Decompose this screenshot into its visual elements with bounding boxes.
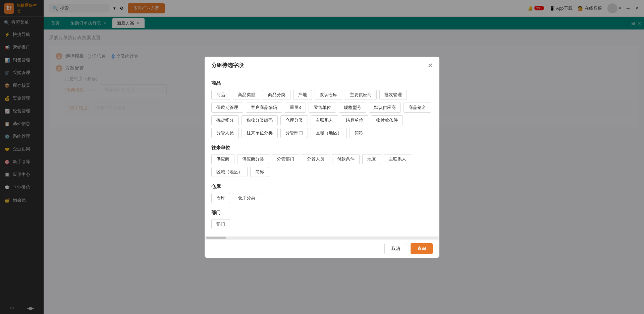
field-tag[interactable]: 主联系人 — [311, 115, 338, 125]
partner-field-tags: 供应商 供应商分类 分管部门 分管人员 付款条件 地区 主联系人 区域（地区） … — [211, 154, 433, 177]
field-tag[interactable]: 保质期管理 — [211, 103, 243, 113]
field-tag[interactable]: 拣货积分 — [211, 115, 239, 125]
field-tag[interactable]: 往来单位分类 — [241, 128, 278, 138]
field-tag[interactable]: 仓库 — [211, 193, 230, 203]
field-group-partner: 往来单位 供应商 供应商分类 分管部门 分管人员 付款条件 地区 主联系人 区域… — [211, 145, 433, 177]
field-tag[interactable]: 主联系人 — [384, 154, 411, 164]
department-group-title: 部门 — [211, 210, 433, 216]
product-group-title: 商品 — [211, 80, 433, 86]
field-tag[interactable]: 商品别名 — [404, 103, 431, 113]
warehouse-field-tags: 仓库 仓库分类 — [211, 193, 433, 203]
field-group-warehouse: 仓库 仓库 仓库分类 — [211, 184, 433, 203]
field-tag[interactable]: 区域（地区） — [211, 167, 248, 177]
field-tag[interactable]: 分管部门 — [280, 128, 308, 138]
field-tag[interactable]: 区域（地区） — [311, 128, 347, 138]
field-tag[interactable]: 零售单位 — [309, 103, 336, 113]
modal-body: 商品 商品 商品类型 商品分类 产地 默认仓库 主要供应商 批次管理 保质期管理… — [205, 75, 439, 236]
field-tag[interactable]: 分管人员 — [302, 154, 329, 164]
warehouse-group-title: 仓库 — [211, 184, 433, 190]
field-tag[interactable]: 税收分类编码 — [241, 115, 278, 125]
field-tag[interactable]: 收付款条件 — [371, 115, 403, 125]
field-tag[interactable]: 地区 — [362, 154, 381, 164]
field-tag[interactable]: 规格型号 — [339, 103, 366, 113]
modal-close-btn[interactable]: ✕ — [428, 62, 433, 69]
modal-title: 分组待选字段 — [211, 62, 244, 69]
modal-footer: 取消 查询 — [205, 239, 439, 258]
field-tag[interactable]: 仓库分类 — [280, 115, 308, 125]
field-select-modal: 分组待选字段 ✕ 商品 商品 商品类型 商品分类 产地 默认仓库 主要供应商 批… — [205, 57, 439, 258]
field-tag[interactable]: 付款条件 — [332, 154, 360, 164]
modal-hscroll[interactable] — [205, 236, 439, 239]
field-tag[interactable]: 分管部门 — [272, 154, 299, 164]
department-field-tags: 部门 — [211, 219, 433, 229]
field-tag[interactable]: 分管人员 — [211, 128, 239, 138]
hscroll-track — [206, 237, 438, 239]
hscroll-thumb — [206, 237, 226, 239]
field-tag[interactable]: 批次管理 — [379, 90, 407, 100]
cancel-button[interactable]: 取消 — [384, 243, 407, 254]
confirm-button[interactable]: 查询 — [411, 243, 433, 254]
field-group-department: 部门 部门 — [211, 210, 433, 229]
modal-header: 分组待选字段 ✕ — [205, 57, 439, 75]
field-tag[interactable]: 商品分类 — [263, 90, 290, 100]
field-tag[interactable]: 主要供应商 — [345, 90, 377, 100]
field-tag[interactable]: 商品类型 — [233, 90, 260, 100]
field-group-product: 商品 商品 商品类型 商品分类 产地 默认仓库 主要供应商 批次管理 保质期管理… — [211, 80, 433, 138]
field-tag[interactable]: 重量3 — [285, 103, 306, 113]
partner-group-title: 往来单位 — [211, 145, 433, 151]
product-field-tags: 商品 商品类型 商品分类 产地 默认仓库 主要供应商 批次管理 保质期管理 客户… — [211, 90, 433, 138]
field-tag[interactable]: 默认供应商 — [369, 103, 401, 113]
field-tag[interactable]: 简称 — [350, 128, 368, 138]
field-tag[interactable]: 部门 — [211, 219, 230, 229]
field-tag[interactable]: 仓库分类 — [233, 193, 260, 203]
field-tag[interactable]: 供应商分类 — [237, 154, 269, 164]
field-tag[interactable]: 商品 — [211, 90, 230, 100]
field-tag[interactable]: 供应商 — [211, 154, 234, 164]
field-tag[interactable]: 简称 — [250, 167, 269, 177]
field-tag[interactable]: 产地 — [293, 90, 312, 100]
field-tag[interactable]: 默认仓库 — [315, 90, 342, 100]
field-tag[interactable]: 结算单位 — [341, 115, 368, 125]
field-tag[interactable]: 客户商品编码 — [246, 103, 282, 113]
